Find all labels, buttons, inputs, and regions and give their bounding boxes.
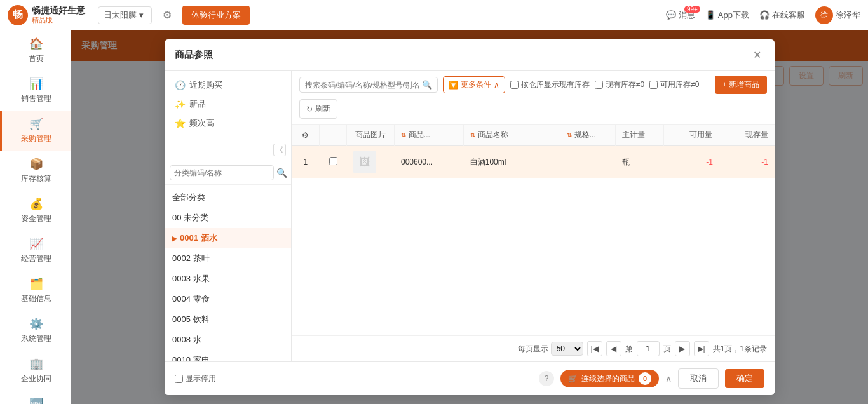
category-label: 0001 酒水 bbox=[180, 232, 217, 244]
warehouse-checkbox-label[interactable]: 按仓库显示现有库存 bbox=[510, 79, 590, 90]
col-header-code[interactable]: ⇅ 商品... bbox=[395, 125, 464, 146]
headphone-icon: 🎧 bbox=[759, 10, 770, 20]
system-icon: ⚙️ bbox=[29, 317, 43, 331]
col-code-label: 商品... bbox=[409, 130, 430, 139]
sidebar-label-purchase: 采购管理 bbox=[21, 133, 51, 144]
sidebar-label-home: 首页 bbox=[29, 53, 44, 64]
category-item-all[interactable]: 全部分类 bbox=[165, 187, 291, 208]
category-search-area: 🔍 bbox=[165, 161, 291, 185]
col-header-no bbox=[319, 125, 346, 146]
col-header-spec[interactable]: ⇅ 规格... bbox=[560, 125, 616, 146]
sidebar-item-system[interactable]: ⚙️ 系统管理 bbox=[0, 311, 71, 351]
logo-icon: 畅 bbox=[8, 5, 28, 25]
category-item-0001[interactable]: ▶ 0001 酒水 bbox=[165, 228, 291, 248]
tab-recent-purchase[interactable]: 🕐 近期购买 bbox=[170, 76, 286, 95]
messages-nav-item[interactable]: 💬 消息 99+ bbox=[666, 10, 695, 21]
store-name: 日太阳膜 bbox=[104, 10, 137, 21]
trial-button[interactable]: 体验行业方案 bbox=[182, 6, 250, 25]
online-service-nav-item[interactable]: 🎧 在线客服 bbox=[759, 10, 805, 21]
available-stock-label: 现有库存≠0 bbox=[606, 79, 644, 90]
usable-stock-checkbox-label[interactable]: 可用库存≠0 bbox=[649, 79, 699, 90]
sidebar-item-guide[interactable]: 🆕 新手引导 bbox=[0, 391, 71, 404]
usable-stock-label: 可用库存≠0 bbox=[660, 79, 699, 90]
sidebar-item-finance[interactable]: 💰 资金管理 bbox=[0, 191, 71, 231]
modal-right-panel: 🔍 🔽 更多条件 ∧ 按仓库显示现有库存 bbox=[292, 71, 775, 361]
cart-selected-area[interactable]: 🛒 连续选择的商品 0 bbox=[560, 370, 659, 387]
collapse-footer-icon[interactable]: ∧ bbox=[665, 374, 672, 384]
category-item-0008[interactable]: 0008 水 bbox=[165, 330, 291, 350]
row-checkbox-cell[interactable] bbox=[319, 146, 346, 178]
modal-close-button[interactable]: ✕ bbox=[749, 47, 764, 62]
star-icon: ⭐ bbox=[175, 118, 186, 128]
purchase-icon: 🛒 bbox=[29, 117, 43, 131]
sidebar-item-purchase[interactable]: 🛒 采购管理 bbox=[0, 111, 71, 151]
search-icon[interactable]: 🔍 bbox=[422, 80, 432, 90]
category-item-00[interactable]: 00 未分类 bbox=[165, 208, 291, 228]
available-stock-checkbox-label[interactable]: 现有库存≠0 bbox=[595, 79, 644, 90]
sidebar-item-sales[interactable]: 📊 销售管理 bbox=[0, 71, 71, 111]
cart-label: 连续选择的商品 bbox=[581, 374, 635, 384]
category-item-0004[interactable]: 0004 零食 bbox=[165, 289, 291, 309]
base-icon: 🗂️ bbox=[29, 277, 43, 291]
product-table-area: ⚙ 商品图片 ⇅ 商品... bbox=[292, 125, 775, 335]
collapse-left-btn[interactable]: 《 bbox=[273, 144, 286, 156]
sidebar-item-enterprise[interactable]: 🏢 企业协同 bbox=[0, 351, 71, 391]
prev-page-btn[interactable]: ◀ bbox=[606, 341, 621, 356]
category-search-icon[interactable]: 🔍 bbox=[276, 168, 287, 178]
current-page-input[interactable] bbox=[637, 341, 660, 356]
last-page-btn[interactable]: ▶| bbox=[694, 341, 709, 356]
per-page-select[interactable]: 50 10 20 100 bbox=[551, 342, 583, 356]
col-stock-label: 现存量 bbox=[745, 130, 768, 139]
available-stock-checkbox[interactable] bbox=[595, 81, 603, 89]
modal-footer: 显示停用 ? 🛒 连续选择的商品 0 ∧ 取消 确定 bbox=[165, 361, 775, 395]
show-disabled-label[interactable]: 显示停用 bbox=[175, 374, 216, 384]
category-item-0010[interactable]: 0010 家电 bbox=[165, 350, 291, 361]
page-suffix: 页 bbox=[663, 344, 671, 354]
sidebar-item-base[interactable]: 🗂️ 基础信息 bbox=[0, 271, 71, 311]
help-icon[interactable]: ? bbox=[539, 371, 554, 386]
logo: 畅 畅捷通好生意 精品版 bbox=[8, 5, 85, 25]
first-page-btn[interactable]: |◀ bbox=[587, 341, 602, 356]
tab-new-products[interactable]: ✨ 新品 bbox=[170, 95, 286, 114]
top-navigation: 畅 畅捷通好生意 精品版 日太阳膜 ▾ ⚙ 体验行业方案 💬 消息 99+ 📱 … bbox=[0, 0, 868, 30]
refresh-icon: ↻ bbox=[306, 105, 313, 114]
product-image: 🖼 bbox=[353, 151, 376, 173]
more-filter-button[interactable]: 🔽 更多条件 ∧ bbox=[443, 76, 505, 93]
modal-title: 商品参照 bbox=[175, 49, 213, 61]
store-selector[interactable]: 日太阳膜 ▾ bbox=[98, 6, 152, 24]
refresh-button[interactable]: ↻ 刷新 bbox=[299, 99, 337, 119]
product-search-input[interactable] bbox=[305, 81, 419, 90]
settings-icon[interactable]: ⚙ bbox=[157, 5, 177, 25]
chevron-up-icon: ∧ bbox=[494, 81, 499, 90]
sidebar-item-stock[interactable]: 📦 库存核算 bbox=[0, 151, 71, 191]
app-download-nav-item[interactable]: 📱 App下载 bbox=[705, 10, 749, 21]
usable-stock-checkbox[interactable] bbox=[649, 81, 658, 89]
sidebar-item-home[interactable]: 🏠 首页 bbox=[0, 30, 71, 71]
add-product-button[interactable]: + 新增商品 bbox=[715, 76, 767, 94]
col-img-label: 商品图片 bbox=[355, 130, 386, 139]
cancel-button[interactable]: 取消 bbox=[678, 368, 719, 389]
tab-frequent[interactable]: ⭐ 频次高 bbox=[170, 114, 286, 133]
row-checkbox[interactable] bbox=[329, 157, 337, 165]
col-header-settings[interactable]: ⚙ bbox=[292, 125, 319, 146]
user-nav-item[interactable]: 徐 徐泽华 bbox=[815, 6, 860, 24]
confirm-button[interactable]: 确定 bbox=[725, 369, 764, 388]
category-list: 全部分类 00 未分类 ▶ 0001 酒水 0002 茶叶 bbox=[165, 185, 291, 361]
product-search-box: 🔍 bbox=[299, 77, 438, 93]
next-page-btn[interactable]: ▶ bbox=[675, 341, 690, 356]
category-item-0003[interactable]: 0003 水果 bbox=[165, 269, 291, 289]
category-search-input[interactable] bbox=[170, 165, 274, 180]
row-unit: 瓶 bbox=[616, 146, 664, 178]
col-header-name[interactable]: ⇅ 商品名称 bbox=[464, 125, 560, 146]
finance-icon: 💰 bbox=[29, 197, 43, 211]
category-item-0002[interactable]: 0002 茶叶 bbox=[165, 248, 291, 269]
warehouse-checkbox[interactable] bbox=[510, 81, 519, 89]
sidebar-item-operation[interactable]: 📈 经营管理 bbox=[0, 231, 71, 271]
sidebar-label-stock: 库存核算 bbox=[21, 173, 51, 184]
tab-frequent-label: 频次高 bbox=[189, 118, 214, 129]
online-service-label: 在线客服 bbox=[772, 10, 805, 21]
category-item-0005[interactable]: 0005 饮料 bbox=[165, 309, 291, 330]
show-disabled-checkbox[interactable] bbox=[175, 375, 183, 383]
table-row[interactable]: 1 🖼 000600... 白酒100ml bbox=[292, 146, 775, 178]
sidebar-label-enterprise: 企业协同 bbox=[21, 374, 51, 384]
